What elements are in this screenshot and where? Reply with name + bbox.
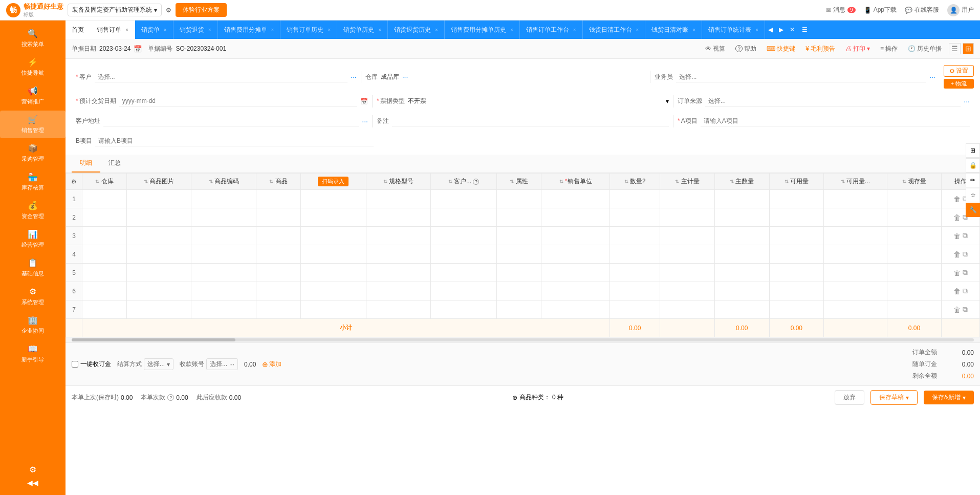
- row-3-current-stock[interactable]: [887, 227, 942, 245]
- row-3-customer-code[interactable]: [431, 227, 497, 245]
- right-btn-grid[interactable]: ⊞: [966, 143, 980, 158]
- horizontal-scrollbar[interactable]: [66, 337, 980, 342]
- right-btn-tool[interactable]: 🔧: [966, 203, 980, 217]
- row-1-product[interactable]: [256, 190, 301, 208]
- right-btn-edit[interactable]: ✏: [966, 173, 980, 187]
- add-payment-btn[interactable]: ⊕ 添加: [262, 360, 281, 369]
- salesperson-input[interactable]: [676, 72, 926, 82]
- sidebar-item-search[interactable]: 🔍 搜索菜单: [0, 25, 66, 52]
- sidebar-item-inventory[interactable]: 🏪 库存核算: [0, 168, 66, 196]
- calendar-icon[interactable]: 📅: [134, 45, 142, 53]
- row-7-available2[interactable]: [824, 300, 887, 319]
- row-5-warehouse[interactable]: [82, 264, 127, 282]
- row-5-product-code[interactable]: [191, 264, 256, 282]
- solution-button[interactable]: 体验行业方案: [176, 3, 227, 17]
- tab-nav-right[interactable]: ▶: [776, 26, 787, 33]
- row-2-main-qty[interactable]: [714, 208, 769, 227]
- tab-daily-workbench[interactable]: 钱货日清工作台: [583, 20, 646, 39]
- col-available[interactable]: 可用量: [769, 174, 824, 190]
- row-4-current-stock[interactable]: [887, 245, 942, 264]
- row-7-current-stock[interactable]: [887, 300, 942, 319]
- address-input[interactable]: [103, 116, 359, 126]
- row-5-main-unit[interactable]: [660, 264, 715, 282]
- row-7-product-code[interactable]: [191, 300, 256, 319]
- warehouse-dots-icon[interactable]: ···: [402, 73, 408, 81]
- right-btn-lock[interactable]: 🔒: [966, 158, 980, 173]
- row-6-product[interactable]: [256, 282, 301, 300]
- row-2-sales-unit[interactable]: [541, 208, 609, 227]
- tab-sales-order[interactable]: 销售订单: [91, 20, 135, 39]
- customer-input[interactable]: [95, 72, 347, 82]
- user-area[interactable]: 👤 用户: [947, 4, 974, 16]
- save-new-dropdown-icon[interactable]: ▾: [963, 394, 966, 401]
- sidebar-item-quick-nav[interactable]: ⚡ 快捷导航: [0, 53, 66, 81]
- row-5-main-qty[interactable]: [714, 264, 769, 282]
- tab-order-workbench[interactable]: 销售订单工作台: [520, 20, 583, 39]
- tab-sales-invoice-close[interactable]: [164, 27, 167, 33]
- tab-daily-reconcile-close[interactable]: [692, 27, 695, 33]
- sidebar-item-guide[interactable]: 📖 新手引导: [0, 340, 66, 368]
- row-2-main-unit[interactable]: [660, 208, 715, 227]
- row-7-qty2[interactable]: [610, 300, 660, 319]
- order-source-dots-icon[interactable]: ···: [964, 97, 970, 105]
- grid-view-btn[interactable]: ⊞: [963, 43, 974, 54]
- row-1-available[interactable]: [769, 190, 824, 208]
- save-new-btn[interactable]: 保存&新增 ▾: [924, 391, 974, 404]
- row-2-available[interactable]: [769, 208, 824, 227]
- row-4-warehouse[interactable]: [82, 245, 127, 264]
- row-4-scan[interactable]: [300, 245, 366, 264]
- tab-nav-left[interactable]: ◀: [765, 26, 776, 33]
- row-4-delete-btn[interactable]: 🗑: [953, 250, 961, 259]
- row-5-current-stock[interactable]: [887, 264, 942, 282]
- tab-invoice-history[interactable]: 销货单历史: [337, 20, 388, 39]
- tab-sales-return[interactable]: 销货退货: [173, 20, 218, 39]
- tab-order-stats[interactable]: 销售订单统计表: [702, 20, 765, 39]
- row-3-product[interactable]: [256, 227, 301, 245]
- right-btn-star[interactable]: ☆: [966, 188, 980, 202]
- sidebar-item-enterprise[interactable]: 🏢 企业协同: [0, 311, 66, 339]
- row-1-main-unit[interactable]: [660, 190, 715, 208]
- tab-order-history-close[interactable]: [328, 27, 331, 33]
- row-2-spec[interactable]: [366, 208, 431, 227]
- profit-btn[interactable]: ¥ 毛利预告: [802, 44, 838, 54]
- row-3-spec[interactable]: [366, 227, 431, 245]
- row-7-main-unit[interactable]: [660, 300, 715, 319]
- col-product-code[interactable]: 商品编码: [191, 174, 256, 190]
- list-view-btn[interactable]: ☰: [949, 43, 961, 54]
- sidebar-item-purchase[interactable]: 📦 采购管理: [0, 139, 66, 167]
- row-5-qty2[interactable]: [610, 264, 660, 282]
- col-main-qty[interactable]: 主数量: [714, 174, 769, 190]
- row-4-main-qty[interactable]: [714, 245, 769, 264]
- row-1-main-qty[interactable]: [714, 190, 769, 208]
- customer-dots-icon[interactable]: ···: [351, 73, 357, 81]
- tab-daily-reconcile[interactable]: 钱货日清对账: [645, 20, 702, 39]
- row-3-delete-btn[interactable]: 🗑: [953, 232, 961, 240]
- row-4-product[interactable]: [256, 245, 301, 264]
- row-4-qty2[interactable]: [610, 245, 660, 264]
- row-3-main-unit[interactable]: [660, 227, 715, 245]
- tab-expense-history[interactable]: 销售费用分摊单历史: [445, 20, 520, 39]
- row-4-attribute[interactable]: [497, 245, 541, 264]
- row-6-main-qty[interactable]: [714, 282, 769, 300]
- col-qty2[interactable]: 数量2: [610, 174, 660, 190]
- tab-detail[interactable]: 明细: [72, 155, 100, 173]
- sidebar-item-system[interactable]: ⚙ 系统管理: [0, 283, 66, 310]
- save-draft-btn[interactable]: 保存草稿 ▾: [870, 390, 918, 405]
- row-1-delete-btn[interactable]: 🗑: [953, 195, 961, 203]
- row-3-product-code[interactable]: [191, 227, 256, 245]
- row-4-available[interactable]: [769, 245, 824, 264]
- row-6-current-stock[interactable]: [887, 282, 942, 300]
- b-project-input[interactable]: [95, 136, 374, 146]
- row-3-available2[interactable]: [824, 227, 887, 245]
- payment-method-select[interactable]: 选择... ▾: [144, 358, 173, 370]
- row-1-spec[interactable]: [366, 190, 431, 208]
- row-6-sales-unit[interactable]: [541, 282, 609, 300]
- payment-account-select[interactable]: 选择... ···: [206, 358, 238, 370]
- scrollbar-thumb[interactable]: [72, 338, 235, 341]
- row-7-main-qty[interactable]: [714, 300, 769, 319]
- row-5-product-image[interactable]: [126, 264, 191, 282]
- row-1-attribute[interactable]: [497, 190, 541, 208]
- row-3-available[interactable]: [769, 227, 824, 245]
- row-6-available[interactable]: [769, 282, 824, 300]
- row-4-customer-code[interactable]: [431, 245, 497, 264]
